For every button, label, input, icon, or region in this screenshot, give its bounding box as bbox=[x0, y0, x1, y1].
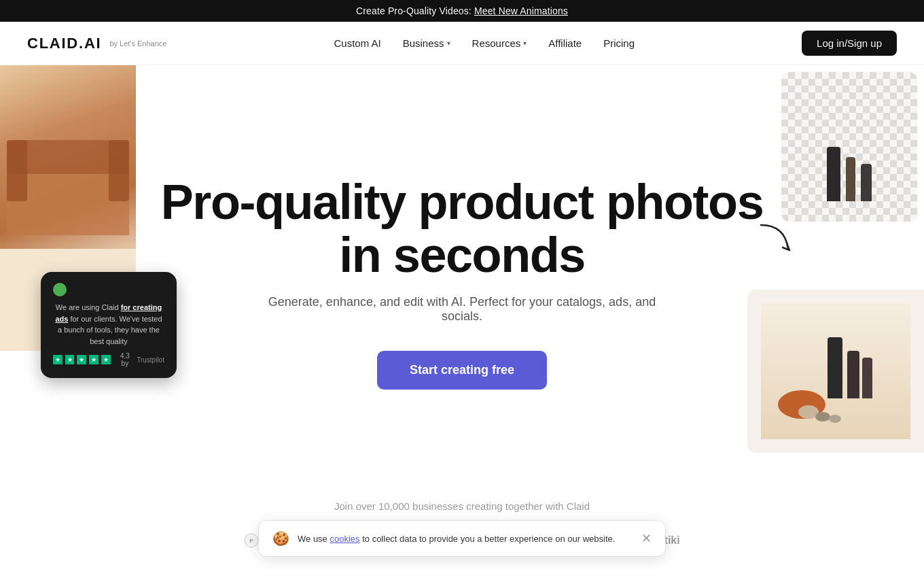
hero-subtext: Generate, enhance, and edit with AI. Per… bbox=[258, 295, 666, 324]
hero-right-bottom-card bbox=[747, 290, 924, 453]
printify-icon: P bbox=[244, 533, 259, 548]
bottle-2 bbox=[846, 157, 855, 201]
navbar: CLAID.AI by Let's Enhance Custom AI Busi… bbox=[0, 22, 924, 65]
product-scene bbox=[747, 290, 924, 453]
cookie-close-button[interactable]: ✕ bbox=[641, 531, 652, 546]
product-bottle-3 bbox=[862, 358, 872, 398]
logo-by: by Let's Enhance bbox=[109, 39, 166, 48]
top-banner: Create Pro-Quality Videos: Meet New Anim… bbox=[0, 0, 924, 22]
nav-link-affiliate[interactable]: Affiliate bbox=[548, 37, 582, 49]
nav-item-resources[interactable]: Resources ▾ bbox=[472, 37, 527, 49]
trustpilot-card: We are using Claid for creating ads for … bbox=[41, 272, 177, 378]
product-bottle-2 bbox=[847, 351, 859, 398]
nav-links: Custom AI Business ▾ Resources ▾ Affilia… bbox=[334, 37, 635, 49]
trustpilot-stars: ★ ★ ★ ★ ★ 4.3 by Trustpilot bbox=[53, 352, 164, 367]
nav-link-custom-ai[interactable]: Custom AI bbox=[334, 37, 380, 49]
star-icon: ★ bbox=[77, 355, 86, 364]
login-signup-button[interactable]: Log in/Sign up bbox=[802, 31, 897, 56]
trustpilot-logo: Trustpilot bbox=[137, 356, 164, 364]
hero-right-top-card bbox=[781, 72, 917, 222]
logo[interactable]: CLAID.AI by Let's Enhance bbox=[27, 35, 166, 52]
nav-link-pricing[interactable]: Pricing bbox=[603, 37, 635, 49]
bottle-3 bbox=[861, 164, 872, 201]
cookie-link[interactable]: cookies bbox=[330, 534, 359, 544]
trustpilot-rating: 4.3 by bbox=[116, 352, 135, 367]
cookie-banner: 🍪 We use cookies to collect data to prov… bbox=[258, 520, 666, 557]
logo-text: CLAID.AI bbox=[27, 35, 101, 52]
chevron-down-icon: ▾ bbox=[523, 39, 527, 47]
cookie-icon: 🍪 bbox=[272, 530, 289, 547]
star-icon: ★ bbox=[89, 355, 99, 364]
product-bottle-1 bbox=[828, 337, 842, 398]
hero-section: We are using Claid for creating ads for … bbox=[0, 65, 924, 487]
nav-item-business[interactable]: Business ▾ bbox=[403, 37, 450, 49]
star-icon: ★ bbox=[101, 355, 111, 364]
nav-item-pricing[interactable]: Pricing bbox=[603, 37, 635, 49]
svg-text:P: P bbox=[250, 538, 254, 544]
star-icon: ★ bbox=[53, 355, 63, 364]
start-creating-button[interactable]: Start creating free bbox=[377, 351, 547, 390]
hero-headline: Pro-quality product photos in seconds bbox=[161, 176, 764, 282]
cookie-text: We use cookies to collect data to provid… bbox=[298, 534, 615, 544]
nav-item-custom-ai[interactable]: Custom AI bbox=[334, 37, 380, 49]
bottle-1 bbox=[827, 147, 840, 201]
banner-text-prefix: Create Pro-Quality Videos: bbox=[356, 5, 472, 16]
bottles-group bbox=[827, 147, 872, 201]
star-icon: ★ bbox=[65, 355, 75, 364]
trustpilot-text: We are using Claid for creating ads for … bbox=[53, 302, 164, 347]
trustpilot-avatar bbox=[53, 283, 67, 296]
nav-link-business[interactable]: Business ▾ bbox=[403, 37, 450, 49]
nav-item-affiliate[interactable]: Affiliate bbox=[548, 37, 582, 49]
chevron-down-icon: ▾ bbox=[447, 39, 450, 47]
nav-link-resources[interactable]: Resources ▾ bbox=[472, 37, 527, 49]
banner-link[interactable]: Meet New Animations bbox=[474, 5, 568, 16]
social-proof-text: Join over 10,000 businesses creating tog… bbox=[0, 487, 924, 519]
